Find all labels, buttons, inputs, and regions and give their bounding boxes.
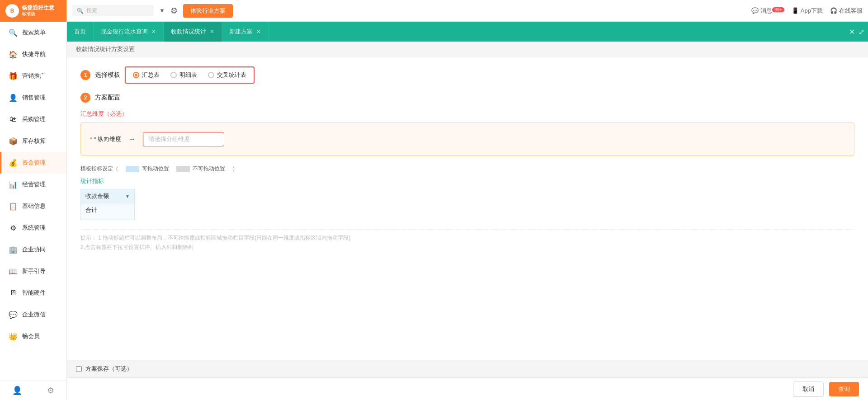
- dimension-row: * * 纵向维度 → 请选择分组维度: [90, 132, 845, 146]
- search-label: 搜索菜单: [22, 28, 46, 37]
- tab-home[interactable]: 首页: [67, 22, 94, 42]
- sidebar-bottom: 👤 ⚙: [0, 381, 66, 400]
- sidebar: B 畅捷通好生意 标准版 🔍 搜索菜单 🏠 快捷导航 🎁 营销推广 👤 销售管理…: [0, 0, 67, 400]
- metrics-legend-suffix: ）: [232, 165, 238, 173]
- main-content: 收款情况统计方案设置 1 选择模板 汇总表 明细表: [67, 42, 868, 377]
- dimension-label: * * 纵向维度: [90, 135, 121, 143]
- tab-label-cash-flow: 现金银行流水查询: [101, 28, 148, 36]
- legend-draggable-dot: [126, 166, 139, 172]
- tab-close-payment-stats[interactable]: ✕: [210, 28, 214, 35]
- col-header-label: 收款金额: [85, 192, 109, 200]
- footer: 方案保存（可选）: [67, 360, 868, 377]
- topbar-search-box[interactable]: 🔍 搜索: [72, 5, 154, 16]
- dimension-config: 汇总维度（必选） * * 纵向维度 → 请选择分组维度: [80, 110, 854, 251]
- metrics-col-header[interactable]: 收款金额 ▼: [81, 189, 134, 203]
- step1-title: 选择模板: [95, 71, 120, 79]
- tab-new-plan[interactable]: 新建方案✕: [222, 22, 269, 42]
- tab-close-new-plan[interactable]: ✕: [256, 28, 261, 35]
- radio-cross[interactable]: 交叉统计表: [208, 71, 246, 79]
- system-label: 系统管理: [22, 224, 46, 232]
- chevron-down-icon: ▼: [125, 194, 130, 199]
- user-icon: 👤: [12, 386, 22, 395]
- tabs-close-icon[interactable]: ✕: [849, 28, 855, 36]
- query-button[interactable]: 查询: [829, 382, 859, 396]
- sidebar-item-enterprise[interactable]: 🏢 企业协同: [0, 239, 66, 260]
- sidebar-item-basic[interactable]: 📋 基础信息: [0, 195, 66, 217]
- legend-fixed: 不可拖动位置: [176, 165, 225, 173]
- marketing-icon: 🎁: [9, 71, 18, 80]
- step2-title: 方案配置: [95, 94, 120, 102]
- sidebar-item-sales[interactable]: 👤 销售管理: [0, 87, 66, 108]
- dropdown-arrow: ▼: [159, 7, 165, 14]
- notification-item[interactable]: 💬 消息 99+: [751, 7, 784, 15]
- online-support-item[interactable]: 🎧 在线客服: [830, 7, 863, 15]
- funds-icon: 💰: [9, 158, 18, 167]
- tabs-bar: 首页现金银行流水查询✕收款情况统计✕新建方案✕ ✕ ⤢: [67, 22, 868, 42]
- sidebar-bottom-settings[interactable]: ⚙: [47, 386, 54, 395]
- cancel-button[interactable]: 取消: [793, 381, 824, 397]
- sidebar-item-wechat[interactable]: 💬 企业微信: [0, 304, 66, 325]
- tab-label-home: 首页: [74, 28, 86, 36]
- marketing-label: 营销推广: [22, 72, 46, 80]
- topbar-dropdown[interactable]: ▼: [159, 7, 165, 14]
- tab-payment-stats[interactable]: 收款情况统计✕: [164, 22, 222, 42]
- tab-close-cash-flow[interactable]: ✕: [151, 28, 156, 35]
- dimension-placeholder: 请选择分组维度: [149, 135, 218, 143]
- sidebar-item-quick-nav[interactable]: 🏠 快捷导航: [0, 43, 66, 65]
- legend-draggable: 可拖动位置: [126, 165, 169, 173]
- inventory-icon: 📦: [9, 136, 18, 146]
- purchase-label: 采购管理: [22, 115, 46, 123]
- sidebar-item-marketing[interactable]: 🎁 营销推广: [0, 65, 66, 87]
- sidebar-item-member[interactable]: 👑 畅会员: [0, 325, 66, 347]
- sidebar-item-hardware[interactable]: 🖥 智能硬件: [0, 282, 66, 304]
- sidebar-item-guide[interactable]: 📖 新手引导: [0, 260, 66, 282]
- support-icon: 🎧: [830, 7, 837, 14]
- logo-version: 标准版: [22, 11, 54, 17]
- search-icon: 🔍: [9, 28, 18, 37]
- enterprise-label: 企业协同: [22, 245, 46, 254]
- tab-cash-flow[interactable]: 现金银行流水查询✕: [94, 22, 164, 42]
- wechat-icon: 💬: [9, 310, 18, 319]
- settings-icon: ⚙: [47, 386, 54, 395]
- sidebar-item-purchase[interactable]: 🛍 采购管理: [0, 108, 66, 130]
- sidebar-logo: B 畅捷通好生意 标准版: [0, 0, 66, 22]
- metrics-section: 模板指标设定（ 可拖动位置 不可拖动位置 ） 统计指标: [80, 165, 854, 251]
- sidebar-item-operations[interactable]: 📊 经营管理: [0, 174, 66, 195]
- sidebar-nav: 🔍 搜索菜单 🏠 快捷导航 🎁 营销推广 👤 销售管理 🛍 采购管理 📦 库存核…: [0, 22, 66, 381]
- hardware-icon: 🖥: [9, 288, 18, 297]
- app-download-item[interactable]: 📱 App下载: [792, 7, 823, 15]
- tabs-actions: ✕ ⤢: [845, 22, 868, 42]
- quick-nav-icon: 🏠: [9, 50, 18, 59]
- save-checkbox[interactable]: [76, 366, 82, 372]
- sidebar-item-funds[interactable]: 💰 资金管理: [0, 152, 66, 174]
- sidebar-bottom-user[interactable]: 👤: [12, 386, 22, 395]
- save-label: 方案保存（可选）: [85, 365, 132, 373]
- sidebar-item-search[interactable]: 🔍 搜索菜单: [0, 22, 66, 43]
- radio-detail-circle: [170, 72, 177, 78]
- app-download-label: App下载: [801, 7, 823, 15]
- inventory-label: 库存核算: [22, 137, 46, 145]
- operations-icon: 📊: [9, 180, 18, 189]
- radio-detail-label: 明细表: [179, 71, 197, 79]
- sidebar-item-system[interactable]: ⚙ 系统管理: [0, 217, 66, 239]
- sidebar-item-inventory[interactable]: 📦 库存核算: [0, 130, 66, 152]
- topbar-settings-icon[interactable]: ⚙: [170, 6, 178, 16]
- tab-label-payment-stats: 收款情况统计: [171, 28, 206, 36]
- tabs-expand-icon[interactable]: ⤢: [859, 28, 864, 36]
- radio-summary[interactable]: 汇总表: [133, 71, 160, 79]
- step1-header: 1 选择模板 汇总表 明细表 交叉统计表: [80, 66, 854, 84]
- legend-fixed-dot: [176, 166, 190, 172]
- dimension-select[interactable]: 请选择分组维度: [143, 132, 224, 146]
- main-area: 🔍 搜索 ▼ ⚙ 体验行业方案 💬 消息 99+ 📱 App下载 🎧 在线客服: [67, 0, 868, 400]
- step1-section: 1 选择模板 汇总表 明细表 交叉统计表: [80, 66, 854, 84]
- radio-detail[interactable]: 明细表: [170, 71, 197, 79]
- guide-icon: 📖: [9, 267, 18, 276]
- step1-number: 1: [80, 70, 90, 80]
- search-placeholder: 搜索: [86, 7, 97, 14]
- operations-label: 经营管理: [22, 180, 46, 188]
- metrics-legend: 模板指标设定（ 可拖动位置 不可拖动位置 ）: [80, 165, 854, 173]
- industry-btn[interactable]: 体验行业方案: [183, 4, 233, 18]
- tabs-spacer: [269, 22, 845, 42]
- tab-label-new-plan: 新建方案: [229, 28, 253, 36]
- radio-summary-label: 汇总表: [142, 71, 160, 79]
